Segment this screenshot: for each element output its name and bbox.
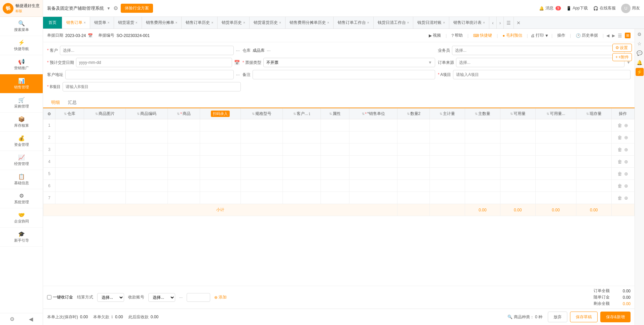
- one-click-checkout-input[interactable]: [47, 295, 51, 299]
- save-new-button[interactable]: 保存&新增: [600, 312, 631, 322]
- th-settings[interactable]: ⚙: [43, 109, 55, 119]
- delivery-calendar-icon[interactable]: 📅: [234, 60, 240, 65]
- tab-sales-order-history[interactable]: 销售订单历史 ×: [182, 17, 218, 29]
- customer-address-input[interactable]: [65, 70, 234, 79]
- online-service-btn[interactable]: 🎧 在线客服: [593, 5, 616, 11]
- row-copy-icon[interactable]: ⊕: [624, 159, 628, 164]
- warehouse-dots-icon[interactable]: ···: [267, 48, 271, 53]
- sidebar-item-quick-nav[interactable]: ⚡ 快捷导航: [0, 36, 43, 55]
- sidebar-item-sales[interactable]: 📊 销售管理: [0, 74, 43, 93]
- th-scan[interactable]: 扫码录入: [200, 109, 241, 119]
- nav-next-icon[interactable]: ▶: [612, 33, 615, 38]
- one-click-checkout-checkbox[interactable]: 一键收订金: [47, 294, 73, 300]
- tab-close-cash-daily-reconcile[interactable]: ×: [443, 21, 445, 25]
- th-main-unit[interactable]: ⇅ 主计量: [430, 109, 465, 119]
- a-project-input[interactable]: [453, 70, 631, 79]
- discard-button[interactable]: 放弃: [548, 312, 567, 322]
- history-btn[interactable]: 🕐 历史单据: [574, 32, 600, 39]
- help-btn[interactable]: ? 帮助: [449, 32, 465, 39]
- th-stock[interactable]: ⇅ 现存量: [576, 109, 611, 119]
- save-draft-button[interactable]: 保存草稿: [570, 312, 598, 322]
- right-sidebar-icon-2[interactable]: ☆: [636, 40, 644, 48]
- tab-close-cash-daily-workbench[interactable]: ×: [407, 21, 409, 25]
- profit-forecast-btn[interactable]: ● 毛利预估: [500, 32, 524, 39]
- tab-sales-order-workbench[interactable]: 销售订单工作台 ×: [334, 17, 374, 29]
- row-delete-icon[interactable]: 🗑: [617, 195, 622, 201]
- tab-sales-order-stats[interactable]: 销售订单统计表 ×: [449, 17, 489, 29]
- print-btn[interactable]: 🖨 打印 ▼: [531, 33, 549, 38]
- tab-sales-order[interactable]: 销售订单 ×: [62, 17, 90, 29]
- add-btn[interactable]: ⊕ 添加: [214, 294, 227, 300]
- amount-input[interactable]: 0.00: [187, 293, 210, 302]
- sidebar-item-finance[interactable]: 💰 资金管理: [0, 132, 43, 151]
- date-calendar-icon[interactable]: 📅: [88, 33, 93, 38]
- tab-cash-daily-workbench[interactable]: 钱货日清工作台 ×: [374, 17, 414, 29]
- nav-prev-icon[interactable]: ◀: [606, 33, 609, 38]
- row-copy-icon[interactable]: ⊕: [624, 171, 628, 176]
- row-copy-icon[interactable]: ⊕: [624, 195, 628, 201]
- delivery-date-input[interactable]: [76, 58, 232, 67]
- tab-sales-expense-history[interactable]: 销售费用分摊单历史 ×: [286, 17, 334, 29]
- th-image[interactable]: ⇅ 商品图片: [84, 109, 126, 119]
- tab-close-sales-order[interactable]: ×: [84, 21, 86, 25]
- row-copy-icon[interactable]: ⊕: [624, 147, 628, 152]
- collapse-sidebar-icon[interactable]: ◀: [29, 316, 33, 322]
- tab-close-sales-order-stats[interactable]: ×: [483, 21, 485, 25]
- system-dropdown-icon[interactable]: ▼: [107, 6, 111, 11]
- sidebar-item-enterprise[interactable]: 🤝 企业协同: [0, 208, 43, 228]
- tab-close-all[interactable]: ✕: [514, 17, 523, 29]
- right-sidebar-icon-3[interactable]: 💬: [636, 49, 644, 57]
- row-delete-icon[interactable]: 🗑: [617, 147, 622, 152]
- sidebar-item-operations[interactable]: 📈 经营管理: [0, 151, 43, 170]
- right-sidebar-icon-1[interactable]: ⚙: [636, 30, 644, 38]
- scan-btn[interactable]: 扫码录入: [211, 111, 230, 117]
- tab-close-sales-expense-split[interactable]: ×: [176, 21, 178, 25]
- tab-close-sales-refund-history[interactable]: ×: [279, 21, 281, 25]
- tab-close-sales-refund[interactable]: ×: [136, 21, 138, 25]
- solution-button[interactable]: 体验行业方案: [121, 4, 153, 13]
- row-delete-icon[interactable]: 🗑: [617, 159, 622, 164]
- checkout-method-select[interactable]: 选择...: [97, 293, 124, 302]
- salesperson-input[interactable]: [452, 46, 624, 55]
- sidebar-item-basic-info[interactable]: 📋 基础信息: [0, 170, 43, 189]
- tab-close-sales-return[interactable]: ×: [108, 21, 110, 25]
- tab-home[interactable]: 首页: [43, 17, 62, 29]
- th-main-qty[interactable]: ⇅ 主数量: [465, 109, 500, 119]
- tab-close-sales-expense-history[interactable]: ×: [327, 21, 329, 25]
- tab-sales-return[interactable]: 销货单 ×: [90, 17, 114, 29]
- sidebar-item-marketing[interactable]: 📢 营销推广: [0, 55, 43, 74]
- tab-sales-expense-split[interactable]: 销售费用分摊单 ×: [142, 17, 182, 29]
- settings-bottom-icon[interactable]: ⚙: [10, 316, 14, 322]
- tab-sales-refund-history[interactable]: 销货退货历史 ×: [250, 17, 286, 29]
- th-sales-unit[interactable]: ⇅ **销售单位: [349, 109, 397, 119]
- th-available2[interactable]: ⇅ 可用量...: [535, 109, 576, 119]
- tab-sales-refund[interactable]: 销货退货 ×: [114, 17, 142, 29]
- invoice-type-dropdown-icon[interactable]: ▼: [428, 60, 432, 65]
- right-sidebar-icon-4[interactable]: 🔔: [636, 58, 644, 67]
- view-video-btn[interactable]: ▶ 视频: [427, 32, 443, 39]
- sidebar-item-search[interactable]: 🔍 搜索菜单: [0, 17, 43, 36]
- row-delete-icon[interactable]: 🗑: [617, 135, 622, 140]
- sidebar-item-inventory[interactable]: 📦 库存核算: [0, 113, 43, 132]
- tab-nav-prev[interactable]: ‹: [489, 17, 497, 29]
- customer-input[interactable]: [60, 46, 234, 55]
- operate-btn[interactable]: 操作: [555, 32, 567, 39]
- expand-icon[interactable]: ⊞: [625, 33, 631, 38]
- shortcut-btn[interactable]: ⌨ 快捷键: [471, 32, 494, 39]
- tab-summary[interactable]: 汇总: [64, 97, 81, 108]
- row-delete-icon[interactable]: 🗑: [617, 171, 622, 176]
- row-copy-icon[interactable]: ⊕: [624, 123, 628, 128]
- app-download-btn[interactable]: 📱 App下载: [566, 5, 588, 11]
- sidebar-item-beginner[interactable]: 🎓 新手引导: [0, 228, 43, 247]
- address-dots-icon[interactable]: ···: [236, 72, 240, 77]
- th-attribute[interactable]: ⇅ 属性: [321, 109, 349, 119]
- th-qty2[interactable]: ⇅ 数量2: [397, 109, 430, 119]
- th-available[interactable]: ⇅ 可用量: [500, 109, 535, 119]
- customer-dots-icon[interactable]: ···: [236, 48, 240, 53]
- right-sidebar-icon-5[interactable]: ⚡: [636, 68, 644, 76]
- view-list-icon[interactable]: ☰: [618, 33, 622, 38]
- th-customer-code[interactable]: ⇅ 客户... ℹ: [283, 109, 321, 119]
- tab-sales-return-history[interactable]: 销货单历史 ×: [218, 17, 250, 29]
- tab-nav-menu[interactable]: ☰: [504, 17, 514, 29]
- th-product[interactable]: ⇅ *商品: [168, 109, 200, 119]
